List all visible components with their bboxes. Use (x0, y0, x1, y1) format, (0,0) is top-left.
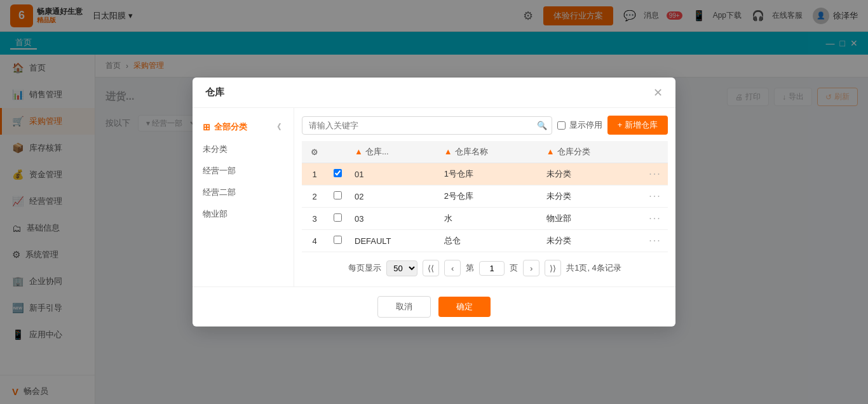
modal-close-btn[interactable]: ✕ (653, 87, 663, 98)
modal-overlay: 仓库 ✕ ⊞ 全部分类 《 未分类 经营一部 经营二部 物业部 (0, 0, 868, 404)
table-toolbar: 🔍 显示停用 + 新增仓库 (302, 116, 668, 135)
category-panel: ⊞ 全部分类 《 未分类 经营一部 经营二部 物业部 (193, 108, 294, 286)
collapse-category-btn[interactable]: 《 (271, 121, 283, 133)
row-checkbox[interactable] (334, 191, 342, 199)
add-warehouse-btn[interactable]: + 新增仓库 (607, 116, 668, 135)
total-info: 共1页, 4条记录 (566, 262, 621, 274)
modal-footer: 取消 确定 (193, 286, 675, 327)
cancel-btn[interactable]: 取消 (377, 296, 431, 318)
warehouse-modal: 仓库 ✕ ⊞ 全部分类 《 未分类 经营一部 经营二部 物业部 (193, 77, 675, 327)
cat-item-operation2[interactable]: 经营二部 (193, 182, 294, 203)
show-disabled-checkbox[interactable] (557, 121, 566, 130)
page-input[interactable] (479, 261, 505, 276)
row-more-btn[interactable]: ··· (649, 191, 661, 201)
row-more-btn[interactable]: ··· (649, 213, 661, 224)
row-checkbox[interactable] (334, 236, 342, 244)
modal-body: ⊞ 全部分类 《 未分类 经营一部 经营二部 物业部 🔍 (193, 108, 675, 286)
table-panel: 🔍 显示停用 + 新增仓库 ⚙ (294, 108, 675, 286)
table-row[interactable]: 3 03 水 物业部 ··· (302, 208, 668, 230)
next-page-btn[interactable]: › (523, 260, 539, 276)
cat-item-operation1[interactable]: 经营一部 (193, 160, 294, 182)
pagination: 每页显示 50 ⟨⟨ ‹ 第 页 › ⟩⟩ 共1页, 4条记录 (302, 252, 668, 279)
search-input[interactable] (302, 116, 552, 135)
search-icon[interactable]: 🔍 (537, 121, 547, 130)
search-wrap: 🔍 (302, 116, 552, 135)
modal-title: 仓库 (205, 86, 224, 98)
table-row[interactable]: 4 DEFAULT 总仓 未分类 ··· (302, 230, 668, 252)
first-page-btn[interactable]: ⟨⟨ (423, 260, 439, 276)
th-code[interactable]: ▲仓库... (348, 141, 438, 163)
category-all[interactable]: ⊞ 全部分类 《 (193, 116, 294, 138)
modal-header: 仓库 ✕ (193, 77, 675, 108)
table-scroll: ⚙ ▲仓库... ▲仓库名称 ▲仓库分类 1 01 1号仓库 未分类 ··· (302, 141, 668, 252)
cat-item-unclassified[interactable]: 未分类 (193, 138, 294, 160)
per-page-label: 每页显示 (348, 262, 381, 274)
cat-item-property[interactable]: 物业部 (193, 203, 294, 225)
table-row[interactable]: 1 01 1号仓库 未分类 ··· (302, 163, 668, 185)
th-actions (642, 141, 668, 163)
th-settings[interactable]: ⚙ (302, 141, 327, 163)
confirm-btn[interactable]: 确定 (438, 297, 491, 317)
page-unit: 页 (510, 262, 518, 274)
prev-page-btn[interactable]: ‹ (444, 260, 461, 276)
row-more-btn[interactable]: ··· (649, 235, 661, 246)
th-category[interactable]: ▲仓库分类 (540, 141, 642, 163)
row-more-btn[interactable]: ··· (649, 168, 661, 179)
page-label: 第 (466, 262, 474, 274)
last-page-btn[interactable]: ⟩⟩ (545, 260, 561, 276)
category-all-label: 全部分类 (214, 121, 247, 133)
row-checkbox[interactable] (334, 213, 342, 222)
table-row[interactable]: 2 02 2号仓库 未分类 ··· (302, 185, 668, 208)
th-checkbox (327, 141, 348, 163)
row-checkbox[interactable] (334, 169, 342, 177)
page-size-select[interactable]: 50 (386, 260, 417, 276)
warehouse-table: ⚙ ▲仓库... ▲仓库名称 ▲仓库分类 1 01 1号仓库 未分类 ··· (302, 141, 668, 252)
th-name[interactable]: ▲仓库名称 (438, 141, 540, 163)
show-disabled-label: 显示停用 (557, 119, 602, 131)
grid-icon: ⊞ (203, 122, 210, 132)
